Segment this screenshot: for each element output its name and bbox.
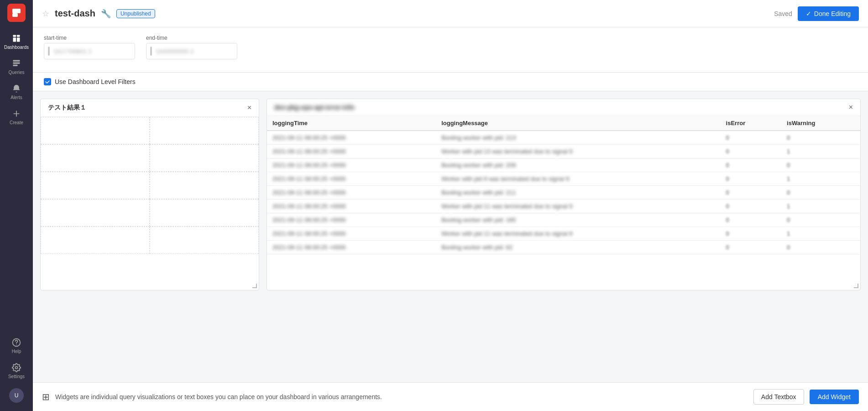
cell-iserror-6: 0: [721, 213, 781, 227]
cell-time-5: 2021-09-11 08:00:25 +0000: [267, 200, 436, 213]
start-time-bar-icon: [48, 47, 50, 56]
cell-iserror-8: 0: [721, 241, 781, 254]
cell-iswarning-8: 0: [781, 241, 860, 254]
done-editing-button[interactable]: ✓ Done Editing: [798, 6, 859, 21]
table-header: loggingTime loggingMessage isError isWar…: [267, 116, 860, 131]
widget-right-resize-handle[interactable]: [854, 284, 858, 288]
unpublished-badge: Unpublished: [116, 9, 155, 18]
cell-iswarning-2: 0: [781, 158, 860, 172]
end-time-value: 1640000000 2: [156, 48, 193, 55]
title-emoji-icon: 🔧: [101, 9, 111, 19]
col-header-isError: isError: [721, 116, 781, 131]
dashboard-content: start-time 1617706801 2 end-time 1640000…: [33, 27, 868, 382]
widget-info-icon: ⊞: [42, 391, 50, 402]
end-time-input[interactable]: 1640000000 2: [146, 43, 237, 59]
use-dashboard-filters-checkbox[interactable]: [44, 78, 51, 85]
data-table: loggingTime loggingMessage isError isWar…: [267, 116, 860, 254]
sidebar-item-queries[interactable]: Queries: [0, 54, 33, 79]
cell-time-6: 2021-09-11 08:00:25 +0000: [267, 213, 436, 227]
filter-row: start-time 1617706801 2 end-time 1640000…: [44, 35, 857, 59]
widget-left-title: テスト結果１: [48, 104, 86, 112]
sidebar-item-settings[interactable]: Settings: [0, 358, 33, 384]
cell-iserror-5: 0: [721, 200, 781, 213]
table-row: 2021-09-11 08:00:25 +0000Booting worker …: [267, 241, 860, 254]
sidebar-item-queries-label: Queries: [8, 70, 24, 75]
sidebar-item-help-label: Help: [12, 349, 21, 354]
filter-bar: start-time 1617706801 2 end-time 1640000…: [33, 27, 868, 73]
cell-iswarning-7: 1: [781, 227, 860, 241]
table-row: 2021-09-11 08:00:25 +0000Worker with pid…: [267, 145, 860, 158]
sidebar-item-alerts-label: Alerts: [10, 95, 22, 100]
bottom-bar: ⊞ Widgets are individual query visualiza…: [33, 382, 868, 411]
favorite-star-icon[interactable]: ☆: [42, 9, 49, 19]
grid-cell-9: [41, 227, 150, 254]
sidebar-item-create-label: Create: [10, 120, 23, 125]
sidebar-item-create[interactable]: Create: [0, 105, 33, 130]
saved-status: Saved: [774, 10, 792, 17]
cell-iserror-1: 0: [721, 145, 781, 158]
table-row: 2021-09-11 08:00:25 +0000Worker with pid…: [267, 200, 860, 213]
dashboard-filters-checkbox-row: Use Dashboard Level Filters: [33, 73, 868, 91]
cell-message-8: Booting worker with pid: 62: [436, 241, 720, 254]
cell-time-2: 2021-09-11 08:00:25 +0000: [267, 158, 436, 172]
page-header: ☆ test-dash 🔧 Unpublished Saved ✓ Done E…: [33, 0, 868, 27]
table-row: 2021-09-11 08:00:25 +0000Booting worker …: [267, 213, 860, 227]
svg-rect-2: [13, 37, 16, 42]
widget-right: dev-pkg-ops-api-error-info × loggingTime…: [267, 99, 861, 290]
widget-right-title: dev-pkg-ops-api-error-info: [274, 104, 355, 111]
table-row: 2021-09-11 08:00:25 +0000Booting worker …: [267, 158, 860, 172]
sidebar-item-help[interactable]: Help: [0, 333, 33, 358]
svg-rect-5: [13, 63, 20, 64]
cell-iserror-0: 0: [721, 131, 781, 145]
cell-iswarning-1: 1: [781, 145, 860, 158]
main-content: ☆ test-dash 🔧 Unpublished Saved ✓ Done E…: [33, 0, 868, 411]
grid-cell-7: [41, 199, 150, 227]
start-time-input[interactable]: 1617706801 2: [44, 43, 135, 59]
widget-right-table-container[interactable]: loggingTime loggingMessage isError isWar…: [267, 116, 860, 284]
start-time-label: start-time: [44, 35, 135, 41]
widget-left-resize-handle[interactable]: [252, 284, 257, 288]
add-widget-button[interactable]: Add Widget: [810, 390, 859, 404]
use-dashboard-filters-label: Use Dashboard Level Filters: [55, 78, 136, 85]
cell-time-1: 2021-09-11 08:00:25 +0000: [267, 145, 436, 158]
cell-iswarning-6: 0: [781, 213, 860, 227]
svg-point-8: [16, 344, 17, 345]
cell-time-8: 2021-09-11 08:00:25 +0000: [267, 241, 436, 254]
cell-message-4: Booting worker with pid: 211: [436, 186, 720, 200]
cell-message-5: Worker with pid 11 was terminated due to…: [436, 200, 720, 213]
svg-rect-0: [13, 35, 16, 37]
sidebar-item-settings-label: Settings: [8, 374, 25, 379]
page-title: test-dash: [55, 8, 95, 19]
widget-right-close-button[interactable]: ×: [849, 104, 853, 111]
grid-cell-3: [41, 144, 150, 172]
cell-time-3: 2021-09-11 08:00:25 +0000: [267, 172, 436, 186]
svg-rect-6: [13, 65, 18, 66]
widget-right-header: dev-pkg-ops-api-error-info ×: [267, 99, 860, 116]
cell-message-7: Worker with pid 11 was terminated due to…: [436, 227, 720, 241]
start-time-value: 1617706801 2: [53, 48, 91, 55]
app-logo[interactable]: [7, 4, 26, 22]
cell-iswarning-4: 0: [781, 186, 860, 200]
add-textbox-button[interactable]: Add Textbox: [753, 389, 804, 405]
table-row: 2021-09-11 08:00:25 +0000Booting worker …: [267, 186, 860, 200]
sidebar-item-alerts[interactable]: Alerts: [0, 79, 33, 105]
table-body: 2021-09-11 08:00:25 +0000Booting worker …: [267, 131, 860, 254]
cell-time-4: 2021-09-11 08:00:25 +0000: [267, 186, 436, 200]
table-row: 2021-09-11 08:00:25 +0000Worker with pid…: [267, 227, 860, 241]
sidebar-item-dashboards-label: Dashboards: [4, 45, 29, 50]
sidebar-item-user[interactable]: U: [0, 384, 33, 407]
cell-iserror-2: 0: [721, 158, 781, 172]
svg-rect-4: [13, 60, 20, 62]
sidebar: Dashboards Queries Alerts Create Help Se…: [0, 0, 33, 411]
end-time-bar-icon: [150, 47, 152, 56]
cell-iserror-7: 0: [721, 227, 781, 241]
cell-message-1: Worker with pid 13 was terminated due to…: [436, 145, 720, 158]
widget-info-text: Widgets are individual query visualizati…: [55, 393, 748, 400]
table-row: 2021-09-11 08:00:25 +0000Booting worker …: [267, 131, 860, 145]
cell-message-2: Booting worker with pid: 209: [436, 158, 720, 172]
cell-iserror-3: 0: [721, 172, 781, 186]
sidebar-item-dashboards[interactable]: Dashboards: [0, 29, 33, 54]
widget-left-close-button[interactable]: ×: [247, 104, 251, 111]
grid-cell-1: [41, 117, 150, 144]
end-time-field: end-time 1640000000 2: [146, 35, 237, 59]
